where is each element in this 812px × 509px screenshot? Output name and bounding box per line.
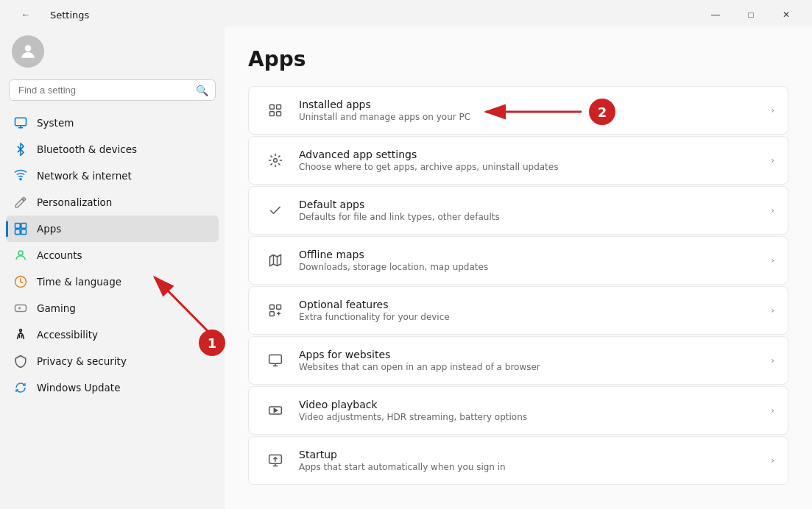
advanced-app-settings-title: Advanced app settings (299, 149, 765, 160)
apps-for-websites-title: Apps for websites (299, 349, 765, 360)
settings-item-default-apps[interactable]: Default appsDefaults for file and link t… (248, 186, 788, 235)
avatar-section (6, 26, 219, 79)
settings-item-video-playback[interactable]: Video playbackVideo adjustments, HDR str… (248, 386, 788, 435)
advanced-app-settings-icon (262, 147, 289, 174)
optional-features-icon (262, 297, 289, 324)
settings-item-startup[interactable]: StartupApps that start automatically whe… (248, 436, 788, 485)
search-input[interactable] (9, 79, 216, 101)
app-title: Settings (50, 10, 89, 21)
titlebar: ← Settings — □ ✕ (0, 0, 812, 26)
sidebar-item-label-gaming: Gaming (37, 302, 76, 314)
sidebar-item-bluetooth[interactable]: Bluetooth & devices (6, 136, 219, 163)
settings-item-optional-features[interactable]: Optional featuresExtra functionality for… (248, 286, 788, 335)
svg-point-2 (20, 178, 21, 179)
installed-apps-icon (262, 97, 289, 124)
svg-rect-1 (15, 118, 27, 126)
nav-list: SystemBluetooth & devicesNetwork & inter… (6, 110, 219, 401)
sidebar-item-accessibility[interactable]: Accessibility (6, 321, 219, 348)
startup-desc: Apps that start automatically when you s… (299, 462, 765, 472)
offline-maps-icon (262, 247, 289, 274)
search-box[interactable]: 🔍 (9, 79, 216, 101)
sidebar-item-update[interactable]: Windows Update (6, 374, 219, 401)
settings-item-installed-apps[interactable]: Installed appsUninstall and manage apps … (248, 86, 788, 135)
sidebar-item-label-accessibility: Accessibility (37, 329, 98, 341)
sidebar-item-personalization[interactable]: Personalization (6, 189, 219, 216)
sidebar-item-time[interactable]: Time & language (6, 268, 219, 295)
network-icon (13, 168, 28, 183)
sidebar-item-gaming[interactable]: Gaming (6, 295, 219, 321)
svg-rect-4 (21, 224, 27, 229)
svg-rect-12 (277, 105, 281, 110)
page-title: Apps (248, 47, 788, 71)
svg-point-0 (25, 45, 32, 51)
sidebar: 🔍 SystemBluetooth & devicesNetwork & int… (0, 26, 225, 509)
optional-features-chevron: › (771, 305, 774, 316)
svg-rect-6 (21, 229, 27, 235)
optional-features-title: Optional features (299, 299, 765, 310)
installed-apps-title: Installed apps (299, 99, 765, 110)
back-button[interactable]: ← (9, 4, 43, 25)
svg-rect-19 (270, 305, 275, 310)
titlebar-controls: — □ ✕ (699, 4, 803, 25)
main-content: Apps Installed appsUninstall and manage … (225, 26, 812, 509)
settings-list: Installed appsUninstall and manage apps … (248, 86, 788, 485)
sidebar-item-label-system: System (37, 117, 74, 129)
svg-marker-16 (270, 255, 281, 266)
app-body: 🔍 SystemBluetooth & devicesNetwork & int… (0, 26, 812, 509)
settings-item-apps-for-websites[interactable]: Apps for websitesWebsites that can open … (248, 336, 788, 385)
svg-point-15 (274, 159, 278, 163)
sidebar-item-network[interactable]: Network & internet (6, 163, 219, 189)
video-playback-title: Video playback (299, 399, 765, 410)
default-apps-title: Default apps (299, 199, 765, 210)
startup-chevron: › (771, 455, 774, 466)
maximize-button[interactable]: □ (734, 4, 768, 25)
accessibility-icon (13, 327, 28, 342)
sidebar-item-accounts[interactable]: Accounts (6, 242, 219, 268)
search-icon: 🔍 (196, 85, 208, 96)
apps-icon (13, 221, 28, 236)
sidebar-item-apps[interactable]: Apps (6, 216, 219, 242)
advanced-app-settings-chevron: › (771, 155, 774, 165)
bluetooth-icon (13, 142, 28, 157)
svg-rect-13 (270, 112, 275, 116)
installed-apps-chevron: › (771, 105, 774, 115)
offline-maps-chevron: › (771, 255, 774, 266)
default-apps-icon (262, 197, 289, 224)
default-apps-text: Default appsDefaults for file and link t… (299, 199, 765, 222)
sidebar-item-label-bluetooth: Bluetooth & devices (37, 143, 137, 155)
svg-rect-3 (15, 224, 21, 229)
apps-for-websites-text: Apps for websitesWebsites that can open … (299, 349, 765, 372)
sidebar-item-label-network: Network & internet (37, 170, 132, 182)
svg-rect-5 (15, 229, 21, 235)
offline-maps-text: Offline mapsDownloads, storage location,… (299, 249, 765, 272)
svg-point-10 (20, 330, 22, 332)
video-playback-chevron: › (771, 405, 774, 416)
privacy-icon (13, 354, 28, 369)
time-icon (13, 274, 28, 289)
svg-rect-11 (270, 105, 275, 110)
minimize-button[interactable]: — (699, 4, 732, 25)
sidebar-item-privacy[interactable]: Privacy & security (6, 348, 219, 374)
svg-rect-14 (277, 112, 281, 116)
update-icon (13, 380, 28, 395)
settings-item-offline-maps[interactable]: Offline mapsDownloads, storage location,… (248, 236, 788, 285)
sidebar-item-label-personalization: Personalization (37, 196, 112, 208)
sidebar-item-label-time: Time & language (37, 276, 121, 288)
offline-maps-title: Offline maps (299, 249, 765, 260)
startup-icon (262, 447, 289, 474)
startup-text: StartupApps that start automatically whe… (299, 449, 765, 472)
apps-for-websites-icon (262, 347, 289, 374)
sidebar-item-label-update: Windows Update (37, 382, 120, 394)
gaming-icon (13, 301, 28, 316)
system-icon (13, 115, 28, 130)
video-playback-desc: Video adjustments, HDR streaming, batter… (299, 412, 765, 422)
settings-item-advanced-app-settings[interactable]: Advanced app settingsChoose where to get… (248, 136, 788, 185)
svg-rect-20 (277, 305, 281, 310)
startup-title: Startup (299, 449, 765, 460)
video-playback-icon (262, 397, 289, 424)
apps-for-websites-chevron: › (771, 355, 774, 366)
sidebar-item-system[interactable]: System (6, 110, 219, 136)
svg-rect-22 (269, 355, 282, 364)
close-button[interactable]: ✕ (769, 4, 803, 25)
avatar (12, 35, 44, 68)
